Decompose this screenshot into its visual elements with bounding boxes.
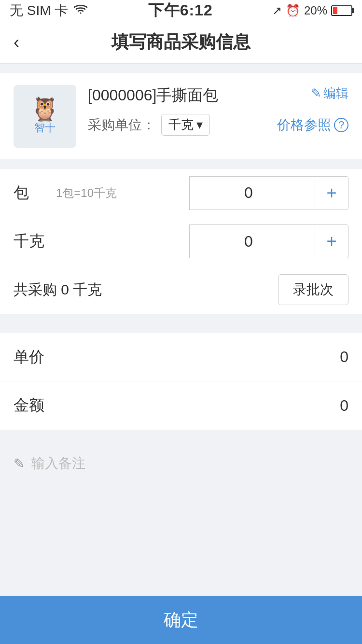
alarm-icon: ⏰: [286, 4, 300, 17]
status-bar: 无 SIM 卡 下午6:12 ↗ ⏰ 20%: [0, 0, 362, 21]
unit-price-row: 单价 0: [0, 333, 362, 381]
kg-input-row: 千克 +: [0, 217, 362, 266]
status-right: ↗ ⏰ 20%: [272, 4, 352, 17]
bag-plus-button[interactable]: +: [315, 176, 348, 210]
confirm-button[interactable]: 确定: [0, 596, 362, 644]
battery-percent: 20%: [304, 4, 327, 17]
section-divider-1: [0, 159, 362, 169]
bag-sublabel: 1包=10千克: [56, 185, 117, 201]
battery-icon: [331, 5, 352, 16]
kg-plus-button[interactable]: +: [315, 224, 348, 258]
product-owl-icon: 🦉: [30, 98, 59, 121]
back-button[interactable]: ‹: [14, 32, 19, 53]
product-image: 🦉 智十: [14, 85, 76, 148]
pencil-icon: ✎: [14, 456, 25, 472]
location-icon: ↗: [272, 4, 282, 17]
kg-quantity-input[interactable]: [189, 224, 315, 258]
status-carrier: 无 SIM 卡: [10, 1, 88, 20]
amount-label: 金额: [14, 395, 44, 416]
bag-quantity-input[interactable]: [189, 176, 315, 210]
price-ref-button[interactable]: 价格参照 ?: [277, 116, 348, 134]
kg-label: 千克: [14, 231, 52, 252]
kg-input-right: +: [189, 224, 348, 258]
chevron-down-icon: ▾: [196, 117, 203, 132]
bag-label: 包: [14, 182, 52, 204]
section-divider-2: [0, 314, 362, 323]
notes-section[interactable]: ✎ 输入备注: [0, 439, 362, 488]
unit-price-value: 0: [340, 348, 348, 366]
product-name: [0000006]手撕面包: [88, 85, 218, 106]
unit-select[interactable]: 千克 ▾: [161, 114, 210, 136]
status-time: 下午6:12: [148, 0, 213, 21]
product-card: 🦉 智十 [0000006]手撕面包 ✎ 编辑 采购单位： 千克 ▾ 价格参照: [0, 73, 362, 159]
amount-row: 金额 0: [0, 381, 362, 430]
amount-value: 0: [340, 397, 348, 415]
page-title: 填写商品采购信息: [111, 30, 251, 54]
price-section: 单价 0 金额 0: [0, 333, 362, 430]
nav-bar: ‹ 填写商品采购信息: [0, 21, 362, 64]
edit-button[interactable]: ✎ 编辑: [311, 85, 348, 102]
input-section: 包 1包=10千克 + 千克 +: [0, 169, 362, 266]
total-label: 共采购 0 千克: [14, 280, 102, 300]
wifi-icon: [73, 3, 88, 18]
product-owl-label: 智十: [30, 121, 59, 135]
help-icon: ?: [334, 118, 348, 132]
purchase-unit-label: 采购单位：: [88, 116, 155, 134]
notes-placeholder: 输入备注: [31, 454, 85, 473]
total-row: 共采购 0 千克 录批次: [0, 266, 362, 314]
unit-price-label: 单价: [14, 347, 44, 368]
product-info: [0000006]手撕面包 ✎ 编辑 采购单位： 千克 ▾ 价格参照 ?: [88, 85, 348, 136]
confirm-button-label: 确定: [164, 608, 198, 632]
bag-input-right: +: [189, 176, 348, 210]
bag-input-row: 包 1包=10千克 +: [0, 169, 362, 217]
record-batch-button[interactable]: 录批次: [278, 274, 348, 305]
